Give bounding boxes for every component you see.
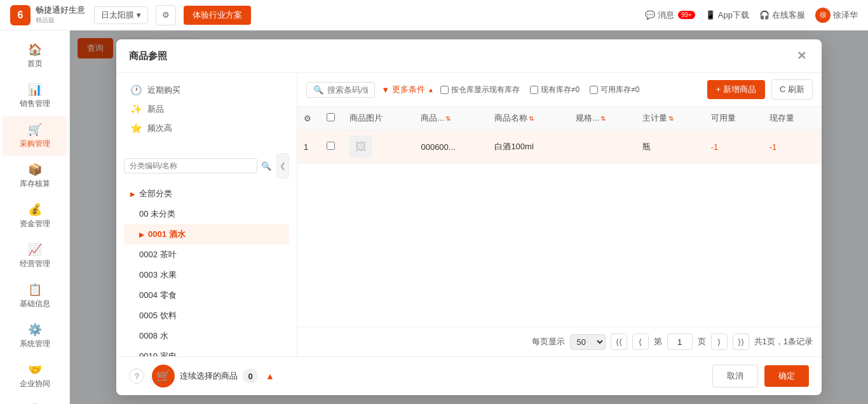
user-item[interactable]: 徐 徐泽华	[815, 8, 858, 23]
category-item-1[interactable]: 00 未分类	[124, 204, 289, 224]
left-panel-top: 🕐近期购买✨新品⭐频次高	[116, 81, 297, 143]
collapse-cart-button[interactable]: ▲	[266, 371, 275, 381]
quick-label-2: 频次高	[147, 123, 172, 134]
app-download-item[interactable]: 📱 App下载	[705, 10, 749, 21]
pagination-summary: 共1页，1条记录	[754, 336, 813, 347]
next-page-button[interactable]: ⟩	[711, 333, 728, 350]
first-page-button[interactable]: ⟨⟨	[611, 333, 627, 350]
sidebar-icon-8: 🤝	[28, 363, 42, 377]
warehouse-checkbox-label[interactable]: 按仓库显示现有库存	[440, 84, 520, 95]
sidebar-icon-5: 📈	[28, 243, 42, 257]
row-checkbox-0[interactable]	[320, 130, 343, 164]
col-spec: 规格...⇅	[569, 107, 635, 130]
sidebar-item-9[interactable]: 🎯新手引导	[3, 396, 67, 404]
per-page-select[interactable]: 50 20 100	[570, 334, 606, 350]
cat-label-8: 0010 家电	[139, 351, 177, 356]
cart-text: 连续选择的商品	[180, 370, 238, 382]
cancel-button[interactable]: 取消	[712, 365, 758, 387]
category-item-0[interactable]: ▶全部分类	[124, 184, 289, 204]
category-item-8[interactable]: 0010 家电	[124, 346, 289, 356]
dialog-title: 商品参照	[129, 50, 167, 62]
cat-label-3: 0002 茶叶	[139, 249, 177, 260]
confirm-button[interactable]: 确定	[764, 365, 809, 387]
category-item-6[interactable]: 0005 饮料	[124, 306, 289, 326]
category-search-input[interactable]	[124, 158, 257, 173]
product-search-input[interactable]	[327, 85, 368, 95]
category-item-5[interactable]: 0004 零食	[124, 285, 289, 306]
settings-button[interactable]: ⚙	[156, 5, 176, 25]
sidebar-label-8: 企业协同	[20, 379, 50, 389]
search-box: 🔍	[306, 82, 375, 98]
sidebar-label-2: 采购管理	[20, 138, 50, 149]
quick-icon-2: ⭐	[130, 123, 142, 134]
cart-icon[interactable]: 🛒	[152, 365, 175, 387]
sidebar-item-6[interactable]: 📋基础信息	[3, 276, 67, 316]
sidebar-label-7: 系统管理	[20, 339, 50, 349]
main-area: 查询 设置 刷新 商品参照 ✕ 🕐近期购买✨新品⭐频次高	[70, 30, 868, 404]
phone-icon: 📱	[705, 10, 715, 20]
usable-ne0-checkbox[interactable]	[590, 86, 598, 94]
row-stock-0: -1	[763, 130, 822, 164]
page-number-input[interactable]	[667, 333, 693, 350]
search-icon[interactable]: 🔍	[261, 161, 271, 171]
prev-page-button[interactable]: ⟨	[632, 333, 649, 350]
sidebar-item-0[interactable]: 🏠首页	[3, 36, 67, 76]
dialog-close-button[interactable]: ✕	[794, 48, 809, 64]
sidebar-item-5[interactable]: 📈经营管理	[3, 236, 67, 276]
last-page-button[interactable]: ⟩⟩	[733, 333, 749, 350]
usable-ne0-checkbox-label[interactable]: 可用库存≠0	[590, 84, 639, 95]
page-unit: 页	[698, 336, 706, 347]
sidebar-icon-7: ⚙️	[28, 323, 42, 337]
right-panel: 🔍 ▼ 更多条件 ▲ 按仓库显示现有库存	[297, 73, 822, 356]
cat-arrow-2: ▶	[139, 231, 144, 238]
row-img-0: 🖼	[343, 130, 414, 164]
navbar: 6 畅捷通好生意 精品版 日太阳膜 ▾ ⚙ 体验行业方案 💬 消息 99+ 📱 …	[0, 0, 868, 30]
add-product-button[interactable]: + 新增商品	[707, 80, 765, 99]
filter-icon: ▼	[381, 85, 390, 95]
left-panel: 🕐近期购买✨新品⭐频次高 🔍 ❮ ▶全部分类00 未分类▶0001 酒水0002…	[116, 73, 297, 356]
category-item-4[interactable]: 0003 水果	[124, 265, 289, 285]
refresh-button[interactable]: C 刷新	[771, 79, 813, 100]
table-wrap: ⚙ 商品图片 商品...⇅ 商品名称⇅ 规格...⇅ 主计量⇅ 可用量 现存量	[297, 107, 822, 327]
overlay: 商品参照 ✕ 🕐近期购买✨新品⭐频次高 🔍 ❮	[70, 30, 868, 404]
cat-label-2: 0001 酒水	[148, 229, 186, 240]
category-item-3[interactable]: 0002 茶叶	[124, 245, 289, 265]
sidebar-item-8[interactable]: 🤝企业协同	[3, 356, 67, 396]
row-usable-0: -1	[705, 130, 763, 164]
row-select-0[interactable]	[327, 142, 335, 150]
sidebar-icon-3: 📦	[28, 163, 42, 177]
sidebar-item-1[interactable]: 📊销售管理	[3, 76, 67, 116]
online-service-item[interactable]: 🎧 在线客服	[759, 10, 805, 21]
nav-selector[interactable]: 日太阳膜 ▾	[94, 6, 148, 24]
cat-label-1: 00 未分类	[139, 208, 175, 220]
filter-button[interactable]: ▼ 更多条件 ▲	[381, 84, 434, 95]
quick-item-2[interactable]: ⭐频次高	[124, 119, 289, 138]
sidebar-item-2[interactable]: 🛒采购管理	[3, 116, 67, 156]
cat-label-5: 0004 零食	[139, 290, 177, 301]
product-img-0: 🖼	[349, 135, 372, 158]
cat-label-7: 0008 水	[139, 330, 168, 342]
stock-ne0-checkbox-label[interactable]: 现有库存≠0	[530, 84, 580, 95]
sidebar-item-7[interactable]: ⚙️系统管理	[3, 316, 67, 356]
category-item-2[interactable]: ▶0001 酒水	[124, 224, 289, 245]
table-header: ⚙ 商品图片 商品...⇅ 商品名称⇅ 规格...⇅ 主计量⇅ 可用量 现存量	[297, 107, 822, 130]
pagination: 每页显示 50 20 100 ⟨⟨ ⟨ 第 页 ⟩	[297, 327, 822, 356]
sidebar-item-3[interactable]: 📦库存核算	[3, 156, 67, 196]
quick-item-0[interactable]: 🕐近期购买	[124, 81, 289, 100]
toolbar: 🔍 ▼ 更多条件 ▲ 按仓库显示现有库存	[297, 73, 822, 107]
collapse-button[interactable]: ❮	[276, 153, 289, 178]
select-all-checkbox[interactable]	[327, 113, 335, 121]
messages-item[interactable]: 💬 消息 99+	[645, 10, 695, 21]
dialog: 商品参照 ✕ 🕐近期购买✨新品⭐频次高 🔍 ❮	[116, 39, 822, 395]
warehouse-checkbox[interactable]	[440, 86, 449, 94]
sidebar-icon-1: 📊	[28, 83, 42, 97]
quick-item-1[interactable]: ✨新品	[124, 100, 289, 119]
table-settings-icon[interactable]: ⚙	[304, 114, 311, 123]
stock-ne0-checkbox[interactable]	[530, 86, 538, 94]
trial-button[interactable]: 体验行业方案	[184, 6, 251, 25]
chevron-down-icon: ▾	[137, 10, 141, 20]
help-button[interactable]: ?	[129, 368, 144, 384]
category-item-7[interactable]: 0008 水	[124, 326, 289, 346]
sidebar-item-4[interactable]: 💰资金管理	[3, 196, 67, 236]
table-row[interactable]: 1 🖼 000600... 白酒100ml 瓶 -1 -1	[297, 130, 822, 164]
